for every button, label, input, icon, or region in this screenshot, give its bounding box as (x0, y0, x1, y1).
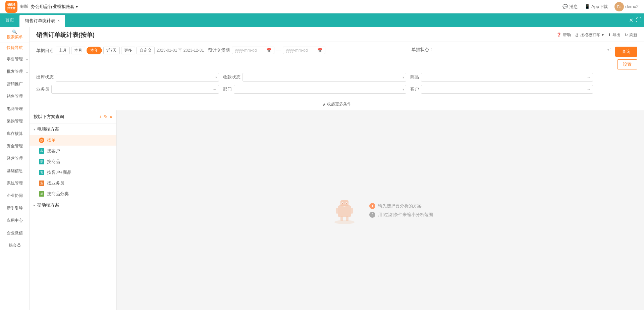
sidebar-item-finance[interactable]: 资金管理 (0, 140, 29, 152)
scheme-item-by-goods[interactable]: 商 按商品 (30, 156, 116, 167)
date-btn-custom[interactable]: 自定义 (137, 47, 155, 54)
ship-status-select[interactable] (56, 73, 219, 82)
scheme-group-mobile-header[interactable]: ▸ 移动端方案 (30, 199, 116, 211)
sidebar-item-system[interactable]: 系统管理 (0, 177, 29, 190)
scheme-item-by-goods-category[interactable]: 类 按商品分类 (30, 189, 116, 199)
tab-home-label: 首页 (5, 17, 14, 23)
goods-dots[interactable]: ··· (587, 75, 590, 80)
sidebar-item-label: 基础信息 (7, 168, 23, 174)
search-icon: 🔍 (12, 30, 17, 34)
date-separator: — (276, 48, 281, 53)
user-menu[interactable]: Ea demo2 (614, 2, 639, 11)
scheme-icon-cust-goods: 客 (39, 170, 44, 175)
query-button[interactable]: 查询 (615, 47, 637, 57)
sidebar-item-label: 系统管理 (7, 180, 23, 186)
scheme-item-by-customer-goods[interactable]: 客 按客户+商品 (30, 167, 116, 178)
scheme-panel: 按以下方案查询 + ✎ « ▾ 电脑端方案 按 按单 (30, 110, 117, 310)
sidebar-quicknav[interactable]: 快捷导航 (0, 43, 29, 53)
chevron-down-icon: ▾ (34, 127, 35, 131)
add-scheme-icon[interactable]: + (99, 114, 102, 119)
export-icon: ⬆ (608, 33, 611, 37)
scheme-icon-circle: 按 (39, 138, 44, 143)
customer-label: 客户 (410, 86, 419, 92)
scheme-icon-customer: 客 (39, 148, 44, 154)
scheme-group-pc: ▾ 电脑端方案 按 按单 客 按客户 商 按商品 (30, 123, 116, 199)
sidebar: 🔍 搜索菜单 快捷导航 零售管理 ▾ 批发管理 ▴ 营销推广 销售管理 电商管理… (0, 27, 30, 310)
scheme-item-by-customer[interactable]: 客 按客户 (30, 146, 116, 156)
date-btn-this-month[interactable]: 本月 (71, 47, 85, 54)
app-download-icon: 📱 (585, 4, 590, 9)
scheme-group-pc-header[interactable]: ▾ 电脑端方案 (30, 123, 116, 135)
collapse-icon: ∧ (323, 102, 326, 107)
chevron-down-icon: ▾ (602, 33, 604, 37)
doc-status-select[interactable] (431, 48, 611, 51)
customer-dots[interactable]: ··· (587, 87, 590, 92)
filter-area: 单据日期 上月 本月 本年 近7天 更多 自定义 2023-01-01 至 20… (30, 42, 644, 110)
sidebar-item-operation[interactable]: 经营管理 (0, 152, 29, 165)
date-btn-last-month[interactable]: 上月 (56, 47, 70, 54)
sidebar-item-newuser[interactable]: 新手引导 (0, 202, 29, 214)
export-button[interactable]: ⬆ 导出 (608, 32, 621, 38)
sidebar-item-purchase[interactable]: 采购管理 (0, 115, 29, 127)
date-btn-last-7-days[interactable]: 近7天 (103, 47, 120, 54)
message-button[interactable]: 💬 消息 (562, 4, 578, 10)
top-bar-right: 💬 消息 📱 App下载 Ea demo2 (562, 2, 639, 11)
predicted-date-start-input[interactable] (235, 48, 265, 53)
app-selector[interactable]: 办公用品行业模拟账套 ▾ (31, 4, 78, 10)
settings-button[interactable]: 设置 (617, 59, 637, 69)
sidebar-item-wechat[interactable]: 企业微信 (0, 227, 29, 239)
avatar: Ea (614, 2, 624, 11)
sidebar-item-label: 采购管理 (7, 118, 23, 124)
sidebar-item-ecommerce[interactable]: 电商管理 (0, 103, 29, 115)
sidebar-item-label: 企业微信 (7, 230, 23, 236)
window-maximize-icon[interactable]: ⛶ (636, 17, 641, 23)
sales-rep-dots[interactable]: ··· (213, 87, 216, 92)
svg-rect-10 (340, 216, 343, 221)
predicted-date-end-input[interactable] (286, 48, 316, 53)
collapse-filter-button[interactable]: ∧ 收起更多条件 (36, 101, 637, 107)
app-download-button[interactable]: 📱 App下载 (585, 4, 608, 10)
page-header: 销售订单统计表(按单) ❓ 帮助 🖨 按模板打印 ▾ ⬆ 导出 ↻ 刷新 (30, 27, 644, 42)
result-area: 1 请先选择要分析的方案 2 用[过滤]条件来缩小分析范围 (117, 110, 644, 310)
sidebar-item-sales[interactable]: 销售管理 (0, 90, 29, 103)
scheme-group-pc-label: 电脑端方案 (37, 126, 59, 132)
sidebar-item-marketing[interactable]: 营销推广 (0, 78, 29, 90)
sidebar-item-member[interactable]: 畅会员 (0, 239, 29, 252)
sidebar-item-label: 批发管理 (7, 69, 23, 74)
svg-rect-7 (343, 206, 345, 207)
svg-point-6 (346, 203, 347, 204)
sidebar-item-wholesale[interactable]: 批发管理 ▴ (0, 65, 29, 78)
sidebar-item-label: 电商管理 (7, 106, 23, 112)
sidebar-item-retail[interactable]: 零售管理 ▾ (0, 53, 29, 65)
help-button[interactable]: ❓ 帮助 (556, 32, 571, 38)
hint-item-2: 2 用[过滤]条件来缩小分析范围 (369, 212, 433, 218)
hint-num-2: 2 (369, 212, 375, 218)
date-btn-more[interactable]: 更多 (121, 47, 135, 54)
refresh-button[interactable]: ↻ 刷新 (625, 32, 637, 38)
sidebar-item-basic[interactable]: 基础信息 (0, 165, 29, 177)
payment-status-select[interactable] (243, 73, 406, 82)
scheme-item-by-order[interactable]: 按 按单 (30, 135, 116, 146)
template-print-button[interactable]: 🖨 按模板打印 ▾ (575, 32, 604, 38)
collapse-scheme-icon[interactable]: « (110, 114, 112, 119)
window-close-icon[interactable]: ✕ (629, 17, 633, 23)
sidebar-quicknav-label: 快捷导航 (7, 45, 23, 50)
dept-select[interactable] (234, 85, 406, 94)
date-buttons: 上月 本月 本年 近7天 更多 自定义 (56, 47, 155, 54)
scheme-panel-header: 按以下方案查询 + ✎ « (30, 110, 116, 123)
sidebar-item-inventory[interactable]: 库存核算 (0, 127, 29, 140)
scheme-group-mobile-label: 移动端方案 (37, 202, 59, 208)
calendar-icon-2: 📅 (317, 48, 322, 53)
sidebar-search-label: 搜索菜单 (4, 34, 25, 40)
scheme-item-by-sales-rep[interactable]: 业 按业务员 (30, 178, 116, 189)
sidebar-search[interactable]: 🔍 搜索菜单 (0, 27, 29, 43)
tab-close-icon[interactable]: × (57, 18, 60, 23)
tab-sales-order-stats[interactable]: 销售订单统计表 × (19, 15, 65, 27)
tab-bar: 首页 销售订单统计表 × ✕ ⛶ (0, 13, 644, 27)
date-range-display: 2023-01-01 至 2023-12-31 (157, 48, 204, 53)
sidebar-item-enterprise[interactable]: 企业协同 (0, 190, 29, 202)
tab-home[interactable]: 首页 (0, 13, 19, 27)
edit-scheme-icon[interactable]: ✎ (104, 114, 108, 119)
sidebar-item-appstore[interactable]: 应用中心 (0, 214, 29, 227)
date-btn-this-year[interactable]: 本年 (87, 47, 102, 54)
